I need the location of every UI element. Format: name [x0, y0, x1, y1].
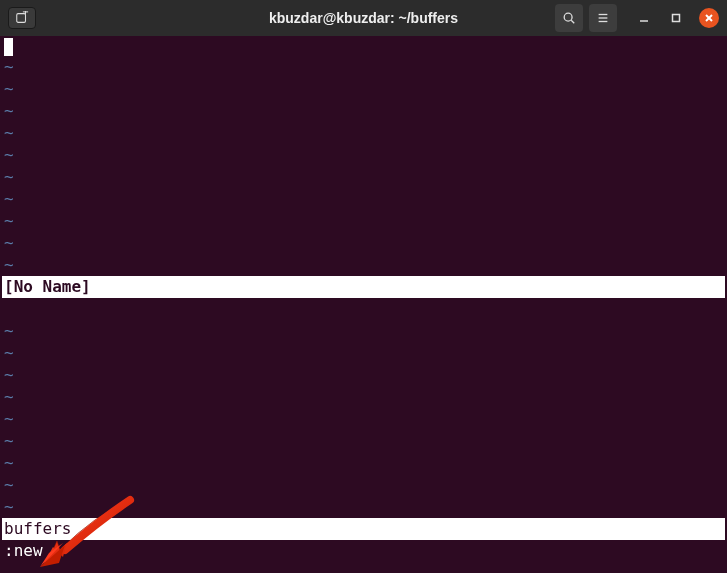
hamburger-icon	[596, 11, 610, 25]
empty-line-tilde: ~	[4, 342, 723, 364]
empty-line-tilde: ~	[4, 452, 723, 474]
minimize-icon	[638, 12, 650, 24]
svg-rect-0	[17, 14, 26, 23]
svg-point-3	[564, 13, 572, 21]
empty-line-tilde: ~	[4, 474, 723, 496]
window-title: kbuzdar@kbuzdar: ~/buffers	[269, 10, 458, 26]
lower-pane-status-bar: buffers	[2, 518, 725, 540]
text-cursor	[4, 38, 13, 56]
empty-line-tilde: ~	[4, 56, 723, 78]
maximize-button[interactable]	[667, 9, 685, 27]
empty-line-tilde: ~	[4, 496, 723, 518]
window-titlebar: kbuzdar@kbuzdar: ~/buffers	[0, 0, 727, 36]
empty-line-tilde: ~	[4, 320, 723, 342]
empty-line-tilde: ~	[4, 364, 723, 386]
search-button[interactable]	[555, 4, 583, 32]
empty-line-tilde: ~	[4, 144, 723, 166]
svg-rect-9	[673, 15, 680, 22]
empty-line-tilde: ~	[4, 254, 723, 276]
upper-pane-status-bar: [No Name]	[2, 276, 725, 298]
minimize-button[interactable]	[635, 9, 653, 27]
empty-line-tilde: ~	[4, 386, 723, 408]
empty-line-tilde: ~	[4, 100, 723, 122]
svg-line-4	[571, 20, 574, 23]
hamburger-menu-button[interactable]	[589, 4, 617, 32]
empty-line-tilde: ~	[4, 408, 723, 430]
empty-line-tilde: ~	[4, 122, 723, 144]
empty-line-tilde: ~	[4, 430, 723, 452]
empty-line-tilde: ~	[4, 232, 723, 254]
maximize-icon	[670, 12, 682, 24]
empty-line-tilde: ~	[4, 166, 723, 188]
cursor-line	[4, 38, 723, 56]
search-icon	[562, 11, 576, 25]
close-button[interactable]	[699, 8, 719, 28]
empty-buffer-line	[4, 298, 723, 320]
vim-command-line[interactable]: :new	[4, 540, 723, 562]
empty-line-tilde: ~	[4, 188, 723, 210]
terminal-content[interactable]: ~ ~ ~ ~ ~ ~ ~ ~ ~ ~ [No Name] ~ ~ ~ ~ ~ …	[0, 36, 727, 564]
empty-line-tilde: ~	[4, 78, 723, 100]
empty-line-tilde: ~	[4, 210, 723, 232]
new-tab-icon	[15, 11, 29, 25]
close-icon	[704, 13, 714, 23]
new-tab-button[interactable]	[8, 7, 36, 29]
